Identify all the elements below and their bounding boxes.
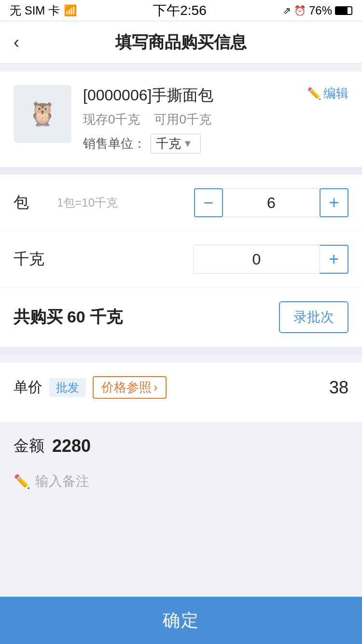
no-sim-text: 无 SIM 卡	[10, 3, 60, 18]
location-icon: ⇗	[283, 5, 291, 16]
remark-placeholder: 输入备注	[35, 472, 89, 490]
edit-label: 编辑	[323, 85, 348, 102]
alarm-icon: ⏰	[294, 5, 306, 16]
separator-2	[0, 347, 362, 355]
total-row: 共购买 60 千克 录批次	[0, 288, 362, 347]
product-image: 🦉	[14, 85, 71, 143]
batch-button[interactable]: 录批次	[279, 301, 348, 333]
separator-1	[0, 167, 362, 175]
status-right: ⇗ ⏰ 76%	[283, 4, 352, 17]
status-bar: 无 SIM 卡 📶 下午2:56 ⇗ ⏰ 76%	[0, 0, 362, 21]
amount-label: 金额	[14, 435, 44, 457]
kg-label: 千克	[14, 249, 52, 270]
confirm-button[interactable]: 确定	[0, 597, 362, 644]
edit-icon: ✏️	[307, 87, 321, 100]
bao-label: 包	[14, 192, 52, 213]
kg-qty-input[interactable]	[193, 245, 320, 274]
stock-text: 现存0千克	[83, 112, 140, 126]
amount-row: 金额 2280	[14, 435, 348, 457]
product-unit-row: 销售单位： 千克 ▼	[83, 134, 348, 154]
bao-minus-button[interactable]: −	[194, 188, 223, 217]
confirm-label: 确定	[163, 609, 199, 632]
unit-value: 千克	[156, 135, 181, 152]
product-stock: 现存0千克 可用0千克	[83, 111, 348, 128]
price-ref-label: 价格参照	[101, 379, 152, 396]
pencil-icon: ✏️	[14, 474, 30, 490]
price-tag: 批发	[49, 378, 86, 397]
bottom-space	[0, 498, 362, 546]
product-card: 🦉 [0000006]手撕面包 现存0千克 可用0千克 销售单位： 千克 ▼ ✏…	[0, 71, 362, 167]
bao-sublabel: 1包=10千克	[57, 195, 194, 210]
page-title: 填写商品购买信息	[115, 31, 247, 54]
nav-bar: ‹ 填写商品购买信息	[0, 21, 362, 64]
price-row: 单价 批发 价格参照 › 38	[14, 376, 348, 399]
kg-qty-control: +	[193, 245, 348, 274]
price-value: 38	[329, 378, 348, 398]
total-prefix: 共购买	[14, 308, 63, 326]
wifi-icon: 📶	[64, 4, 77, 17]
bao-qty-control: − +	[194, 188, 348, 217]
unit-select[interactable]: 千克 ▼	[151, 134, 201, 154]
bao-row: 包 1包=10千克 − +	[0, 175, 362, 231]
status-left: 无 SIM 卡 📶	[10, 3, 77, 18]
battery-text: 76%	[309, 4, 332, 17]
back-button[interactable]: ‹	[14, 32, 19, 53]
bao-qty-input[interactable]	[223, 188, 320, 217]
kg-row: 千克 +	[0, 231, 362, 288]
total-unit: 千克	[90, 308, 123, 326]
price-ref-button[interactable]: 价格参照 ›	[93, 376, 167, 399]
amount-value: 2280	[52, 436, 91, 456]
status-time: 下午2:56	[153, 1, 207, 20]
amount-section: 金额 2280 ✏️ 输入备注	[0, 422, 362, 498]
product-thumbnail-icon: 🦉	[28, 100, 57, 127]
kg-plus-button[interactable]: +	[320, 245, 348, 274]
available-text: 可用0千克	[154, 112, 211, 126]
total-text: 共购买 60 千克	[14, 306, 123, 328]
total-amount: 60	[67, 308, 85, 326]
price-label: 单价	[14, 378, 42, 397]
input-section: 包 1包=10千克 − + 千克 + 共购买 60 千克 录批次	[0, 175, 362, 347]
unit-dropdown-arrow: ▼	[183, 138, 193, 149]
price-section: 单价 批发 价格参照 › 38	[0, 363, 362, 422]
unit-label: 销售单位：	[83, 135, 146, 152]
bao-plus-button[interactable]: +	[320, 188, 348, 217]
edit-button[interactable]: ✏️ 编辑	[307, 85, 348, 102]
battery-icon	[335, 6, 352, 15]
remark-row[interactable]: ✏️ 输入备注	[14, 464, 348, 498]
price-ref-arrow: ›	[153, 380, 158, 395]
